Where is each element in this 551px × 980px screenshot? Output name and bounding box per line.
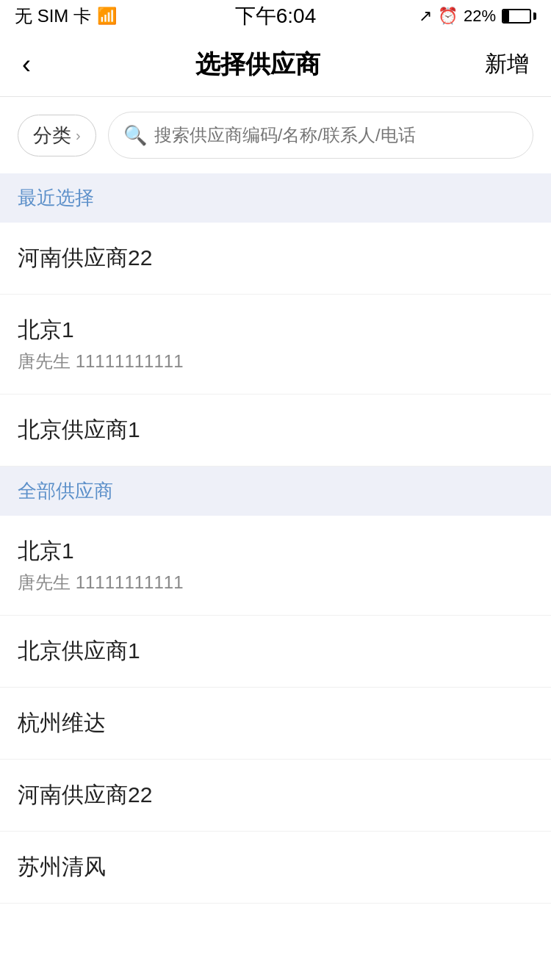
list-item[interactable]: 苏州清风: [0, 832, 551, 904]
list-item[interactable]: 北京1唐先生 11111111111: [0, 295, 551, 394]
item-name: 北京1: [18, 315, 533, 345]
item-name: 河南供应商22: [18, 243, 533, 273]
nav-bar: ‹ 选择供应商 新增: [0, 32, 551, 97]
status-time: 下午6:04: [235, 2, 317, 30]
status-left: 无 SIM 卡 📶: [15, 4, 117, 28]
search-icon: 🔍: [123, 124, 147, 147]
item-name: 河南供应商22: [18, 780, 533, 810]
chevron-right-icon: ›: [76, 127, 81, 144]
item-name: 杭州维达: [18, 708, 533, 738]
item-name: 北京供应商1: [18, 636, 533, 666]
search-input[interactable]: [154, 125, 518, 145]
back-button[interactable]: ‹: [22, 49, 31, 80]
recent-list: 河南供应商22北京1唐先生 11111111111北京供应商1: [0, 223, 551, 466]
location-icon: ↗: [419, 7, 432, 26]
status-right: ↗ ⏰ 22%: [419, 7, 536, 26]
item-name: 北京1: [18, 536, 533, 566]
alarm-icon: ⏰: [438, 7, 458, 26]
wifi-icon: 📶: [97, 7, 117, 26]
all-list: 北京1唐先生 11111111111北京供应商1杭州维达河南供应商22苏州清风: [0, 516, 551, 904]
item-sub: 唐先生 11111111111: [18, 571, 533, 594]
battery-percent: 22%: [464, 7, 496, 26]
item-name: 北京供应商1: [18, 415, 533, 445]
sim-status: 无 SIM 卡: [15, 4, 91, 28]
list-item[interactable]: 河南供应商22: [0, 760, 551, 832]
list-item[interactable]: 北京供应商1: [0, 616, 551, 688]
add-button[interactable]: 新增: [485, 49, 529, 79]
recent-section-header: 最近选择: [0, 173, 551, 223]
filter-bar: 分类 › 🔍: [0, 97, 551, 173]
list-item[interactable]: 北京供应商1: [0, 394, 551, 466]
page-title: 选择供应商: [195, 48, 320, 82]
item-name: 苏州清风: [18, 852, 533, 882]
all-section-header: 全部供应商: [0, 466, 551, 516]
list-item[interactable]: 河南供应商22: [0, 223, 551, 295]
battery-indicator: [502, 9, 536, 24]
category-label: 分类: [33, 123, 71, 148]
search-box[interactable]: 🔍: [108, 112, 533, 159]
category-button[interactable]: 分类 ›: [18, 115, 96, 156]
list-item[interactable]: 杭州维达: [0, 688, 551, 760]
list-item[interactable]: 北京1唐先生 11111111111: [0, 516, 551, 616]
status-bar: 无 SIM 卡 📶 下午6:04 ↗ ⏰ 22%: [0, 0, 551, 32]
item-sub: 唐先生 11111111111: [18, 350, 533, 373]
